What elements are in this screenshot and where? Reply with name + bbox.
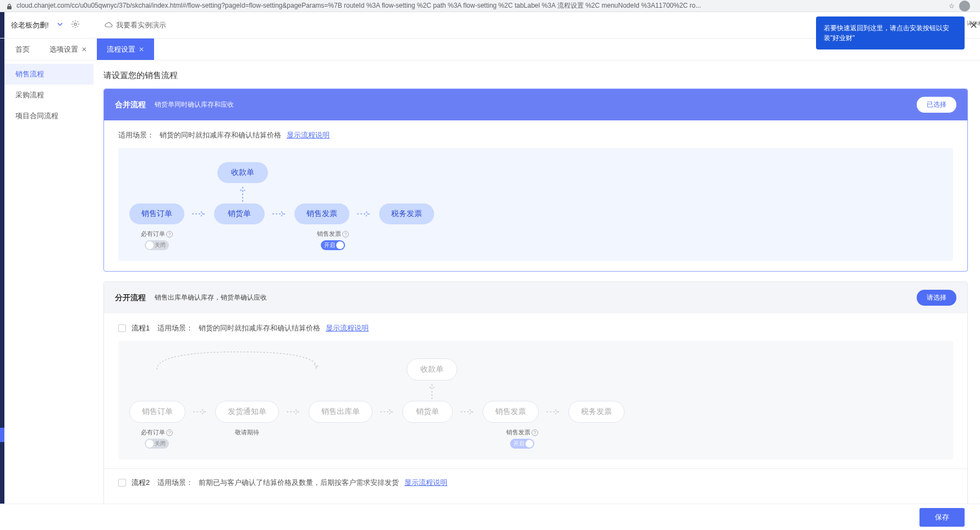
sidebar-item-purchase[interactable]: 采购流程 — [0, 85, 94, 106]
tab-options[interactable]: 选项设置✕ — [40, 38, 97, 60]
footer-bar: 保存 — [0, 504, 980, 530]
scenario-label: 适用场景： — [157, 478, 193, 488]
option-sales-invoice: 销售发票? 开启 — [308, 230, 358, 250]
card-title: 合并流程 — [115, 100, 146, 110]
card-subtitle: 销售出库单确认库存，销货单确认应收 — [155, 293, 267, 302]
tab-label: 流程设置 — [107, 45, 135, 54]
database-name[interactable]: 徐老板勿删! — [11, 20, 49, 30]
browser-address-bar: cloud.chanjet.com/cc/u0u05qwnyc/37b/skch… — [0, 0, 980, 12]
close-icon[interactable]: ✕ — [970, 19, 978, 31]
arrow-right-icon — [287, 408, 301, 416]
demo-link[interactable]: 我要看实例演示 — [104, 20, 166, 30]
show-flow-link[interactable]: 显示流程说明 — [404, 478, 447, 488]
url-text: cloud.chanjet.com/cc/u0u05qwnyc/37b/skch… — [17, 1, 947, 10]
chevron-down-icon[interactable] — [57, 21, 63, 29]
arrow-up-icon — [428, 383, 436, 401]
node-order: 销售订单 — [129, 401, 185, 423]
toggle-must-order[interactable]: 关闭 — [145, 439, 169, 449]
node-receipt: 收款单 — [217, 162, 268, 183]
arrow-right-icon — [193, 408, 207, 416]
close-icon[interactable]: ✕ — [81, 46, 87, 53]
option-must-order: 必有订单? 关闭 — [132, 230, 182, 250]
help-icon[interactable]: ? — [166, 231, 173, 238]
split-card-header: 分开流程 销售出库单确认库存，销货单确认应收 请选择 — [104, 282, 967, 313]
checkbox-process1[interactable] — [118, 324, 126, 332]
process1-scenario: 流程1 适用场景： 销货的同时就扣减库存和确认结算价格 显示流程说明 — [118, 323, 953, 333]
coming-soon-label: 敬请期待 — [235, 428, 259, 437]
selected-button[interactable]: 已选择 — [917, 97, 956, 113]
card-title: 分开流程 — [115, 293, 146, 303]
sidebar-item-project[interactable]: 项目合同流程 — [0, 106, 94, 126]
node-notice: 发货通知单 — [215, 401, 279, 423]
split-flow-card: 分开流程 销售出库单确认库存，销货单确认应收 请选择 流程1 适用场景： 销货的… — [103, 281, 968, 506]
sidebar: 销售流程 采购流程 项目合同流程 — [0, 60, 94, 530]
page-title: 请设置您的销售流程 — [103, 70, 968, 81]
scenario-text: 前期已与客户确认了结算价格及数量，后期按客户需求安排发货 — [199, 478, 399, 488]
close-icon[interactable]: ✕ — [139, 46, 144, 53]
bookmark-star-icon[interactable]: ☆ — [947, 2, 956, 10]
svg-rect-0 — [7, 6, 12, 9]
divider — [104, 468, 967, 469]
arrow-right-icon — [272, 210, 287, 218]
arrow-right-icon — [546, 408, 561, 416]
scenario-text: 销货的同时就扣减库存和确认结算价格 — [160, 130, 281, 140]
help-icon[interactable]: ? — [532, 429, 538, 436]
arrow-right-icon — [192, 210, 206, 218]
select-button[interactable]: 请选择 — [917, 290, 956, 306]
arrow-up-icon — [239, 185, 247, 203]
tab-home[interactable]: 首页 — [6, 38, 40, 60]
left-rail — [0, 12, 4, 530]
checkbox-process2[interactable] — [118, 479, 126, 487]
cloud-icon — [104, 21, 113, 30]
node-tax-invoice: 税务发票 — [568, 401, 625, 423]
flow-diagram-p1: 收款单 销售订单 发货通知单 销售出库单 销货单 销售发票 — [118, 341, 953, 460]
flow-diagram: 收款单 销售订单 销货单 销售发票 税务发票 — [118, 148, 953, 261]
process-name: 流程2 — [132, 478, 150, 488]
scenario-label: 适用场景： — [118, 130, 154, 140]
merged-flow-card: 合并流程 销货单同时确认库存和应收 已选择 适用场景： 销货的同时就扣减库存和确… — [103, 89, 968, 272]
card-subtitle: 销货单同时确认库存和应收 — [155, 100, 234, 109]
tab-label: 首页 — [15, 45, 30, 54]
toggle-must-order[interactable]: 关闭 — [145, 240, 169, 250]
node-sales-invoice: 销售发票 — [483, 401, 539, 423]
option-notice: 敬请期待 — [220, 428, 275, 449]
node-ship: 销货单 — [214, 203, 265, 224]
scenario-text: 销货的同时就扣减库存和确认结算价格 — [199, 323, 320, 333]
save-button[interactable]: 保存 — [919, 508, 965, 527]
node-out: 销售出库单 — [309, 401, 373, 423]
node-tax-invoice: 税务发票 — [379, 203, 434, 224]
tab-label: 选项设置 — [50, 45, 78, 54]
main-content: 请设置您的销售流程 合并流程 销货单同时确认库存和应收 已选择 适用场景： 销货… — [94, 60, 980, 530]
tab-flow-settings[interactable]: 流程设置✕ — [97, 38, 154, 60]
arrow-right-icon — [461, 408, 475, 416]
arrow-right-icon — [380, 408, 395, 416]
process2-scenario: 流程2 适用场景： 前期已与客户确认了结算价格及数量，后期按客户需求安排发货 显… — [118, 478, 953, 488]
scenario-line: 适用场景： 销货的同时就扣减库存和确认结算价格 显示流程说明 — [118, 130, 953, 140]
demo-link-label: 我要看实例演示 — [116, 20, 166, 30]
option-sales-invoice: 销售发票? 开启 — [497, 428, 548, 449]
option-must-order: 必有订单? 关闭 — [132, 428, 182, 449]
profile-avatar[interactable] — [959, 1, 970, 12]
install-tooltip: 若要快速返回到这里，请点击安装按钮以安装"好业财" — [816, 16, 965, 49]
curve-arrow-icon — [140, 347, 327, 369]
help-icon[interactable]: ? — [166, 429, 173, 436]
gear-icon[interactable] — [71, 20, 80, 30]
node-order: 销售订单 — [129, 203, 184, 224]
app-header: 徐老板勿删! 我要看实例演示 若要快速返回到这里，请点击安装按钮以安装"好业财"… — [0, 12, 980, 38]
arrow-right-icon — [357, 210, 371, 218]
lock-icon — [7, 3, 12, 9]
scenario-label: 适用场景： — [157, 323, 193, 333]
node-sales-invoice: 销售发票 — [294, 203, 349, 224]
help-icon[interactable]: ? — [342, 231, 349, 238]
toggle-sales-invoice[interactable]: 开启 — [321, 240, 345, 250]
sidebar-item-sales[interactable]: 销售流程 — [0, 64, 94, 85]
svg-point-1 — [74, 23, 76, 25]
merged-card-header: 合并流程 销货单同时确认库存和应收 已选择 — [104, 89, 967, 120]
process-name: 流程1 — [132, 323, 150, 333]
node-ship: 销货单 — [402, 401, 453, 423]
show-flow-link[interactable]: 显示流程说明 — [326, 323, 369, 333]
toggle-sales-invoice[interactable]: 开启 — [510, 439, 534, 449]
node-receipt: 收款单 — [407, 358, 457, 380]
show-flow-link[interactable]: 显示流程说明 — [287, 130, 330, 140]
